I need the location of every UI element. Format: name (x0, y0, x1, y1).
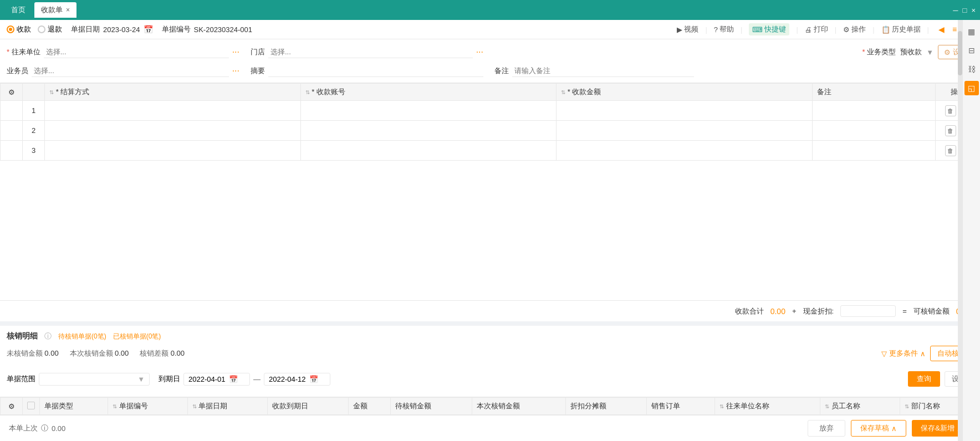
more-conditions-btn[interactable]: ▽ 更多条件 ∧ (881, 348, 926, 358)
select-all-checkbox[interactable] (27, 402, 35, 409)
sidebar-icon-table[interactable]: ▦ (964, 24, 979, 39)
window-maximize-icon[interactable]: □ (963, 6, 967, 14)
footer: 本单上次 ⓘ 0.00 放弃 保存草稿 ∧ 保存&新增 ∧ (0, 415, 980, 441)
bth-discount: 折扣分摊额 (566, 398, 647, 415)
bottom-table: ⚙ 单据类型 ⇅ 单据编号 ⇅ 单据日期 收款到期日 金额 待核销 (0, 397, 980, 415)
cell-amount-2[interactable] (557, 121, 813, 141)
print-icon: 🖨 (805, 25, 812, 34)
partner-field: * 往来单位 ··· (7, 46, 239, 58)
prev-view-btn[interactable]: ◀ (936, 24, 947, 35)
help-icon: ? (714, 25, 718, 34)
scroll-thumb[interactable] (958, 31, 962, 75)
tab-bar: 首页 收款单 × ─ □ × (0, 0, 980, 20)
partner-input[interactable] (44, 46, 229, 58)
pending-tab[interactable]: 待核销单据(0笔) (58, 332, 106, 341)
shortcut-icon: ⌨ (752, 25, 763, 34)
print-btn[interactable]: 🖨 打印 (805, 24, 828, 34)
operate-btn[interactable]: ⚙ 操作 (843, 24, 866, 34)
th-num (23, 84, 45, 101)
receipt-table-container: ⚙ ⇅ * 结算方式 ⇅ * 收款账号 ⇅ * 收款金额 备注 (0, 83, 980, 300)
summary-label: 摘要 (251, 66, 265, 76)
delete-row-1-icon[interactable]: 🗑 (945, 105, 956, 116)
date-to-input[interactable]: 2022-04-12 📅 (264, 373, 330, 386)
date-from-input[interactable]: 2022-04-01 📅 (183, 373, 250, 386)
th-settings[interactable]: ⚙ (1, 84, 23, 101)
cell-note-1[interactable] (812, 101, 935, 121)
sidebar-icon-expand[interactable]: ◱ (964, 81, 979, 95)
done-tab[interactable]: 已核销单据(0笔) (113, 332, 161, 341)
staff-more-icon[interactable]: ··· (232, 66, 239, 76)
number-value[interactable]: SK-20230324-001 (194, 25, 253, 34)
toolbar: 收款 退款 单据日期 2023-03-24 📅 单据编号 SK-20230324… (0, 20, 980, 39)
history-btn[interactable]: 📋 历史单据 (881, 24, 921, 34)
cell-settlement-2[interactable] (45, 121, 301, 141)
tab-home[interactable]: 首页 (4, 2, 32, 18)
date-separator: — (253, 375, 261, 383)
cell-amount-1[interactable] (557, 101, 813, 121)
form-area: * 往来单位 ··· 门店 ··· * 业务类型 预收款 ▼ ⚙ (0, 39, 980, 83)
tab-close-icon[interactable]: × (66, 6, 70, 14)
cell-account-1[interactable] (300, 101, 557, 121)
bth-settings[interactable]: ⚙ (1, 398, 23, 415)
delete-row-2-icon[interactable]: 🗑 (945, 125, 956, 136)
date-value[interactable]: 2023-03-24 (103, 25, 140, 34)
doc-range-field: 单据范围 ▼ (7, 373, 150, 386)
bth-doc-date: ⇅ 单据日期 (187, 398, 267, 415)
footer-info-icon[interactable]: ⓘ (41, 423, 48, 433)
note-input[interactable] (512, 65, 694, 77)
radio-receipt[interactable]: 收款 (7, 24, 31, 34)
video-btn[interactable]: ▶ 视频 (677, 24, 698, 34)
bth-due-date: 收款到期日 (267, 398, 348, 415)
store-input[interactable] (268, 46, 473, 58)
summary-input[interactable] (268, 65, 483, 77)
summary-field: 摘要 (251, 65, 483, 77)
cell-account-3[interactable] (300, 141, 557, 161)
radio-receipt-label: 收款 (17, 24, 31, 34)
due-date-field: 到期日 2022-04-01 📅 — 2022-04-12 📅 (159, 373, 330, 386)
discard-button[interactable]: 放弃 (808, 420, 845, 437)
date-from-value: 2022-04-01 (188, 375, 226, 383)
cell-account-2[interactable] (300, 121, 557, 141)
doc-range-select[interactable]: ▼ (39, 373, 150, 386)
staff-input[interactable] (32, 65, 229, 77)
save-draft-dropdown-icon[interactable]: ∧ (891, 424, 897, 433)
tab-receipt[interactable]: 收款单 × (34, 2, 76, 18)
date-to-value: 2022-04-12 (269, 375, 306, 383)
calendar-icon[interactable]: 📅 (144, 25, 153, 34)
plus-sign: + (792, 307, 797, 315)
form-row-1: * 往来单位 ··· 门店 ··· * 业务类型 预收款 ▼ ⚙ (7, 45, 973, 59)
cell-settings-1 (1, 101, 23, 121)
bth-pending: 待核销金额 (391, 398, 472, 415)
cell-note-2[interactable] (812, 121, 935, 141)
partner-more-icon[interactable]: ··· (232, 47, 239, 57)
business-type-value: 预收款 (900, 47, 922, 57)
store-more-icon[interactable]: ··· (476, 47, 483, 57)
date-field: 单据日期 2023-03-24 📅 (71, 24, 153, 34)
sidebar-icon-link[interactable]: ⛓ (964, 62, 979, 76)
radio-receipt-circle (7, 25, 14, 33)
verification-section: 核销明细 ⓘ 待核销单据(0笔) 已核销单据(0笔) 未核销金额 0.00 本次… (0, 326, 980, 397)
cell-settlement-3[interactable] (45, 141, 301, 161)
radio-refund[interactable]: 退款 (38, 24, 62, 34)
cell-amount-3[interactable] (557, 141, 813, 161)
verif-info-icon[interactable]: ⓘ (44, 331, 52, 341)
save-draft-button[interactable]: 保存草稿 ∧ (851, 420, 906, 437)
shortcut-btn[interactable]: ⌨ 快捷键 (749, 23, 789, 35)
sidebar-icon-list[interactable]: ⊟ (964, 43, 979, 58)
window-minimize-icon[interactable]: ─ (953, 6, 958, 14)
cell-settlement-1[interactable] (45, 101, 301, 121)
note-field: 备注 (494, 65, 694, 77)
business-type-dropdown-icon[interactable]: ▼ (926, 48, 933, 57)
note-label: 备注 (494, 66, 509, 76)
discount-input[interactable] (840, 305, 896, 317)
doc-number-field: 单据编号 SK-20230324-001 (162, 24, 253, 34)
cell-note-3[interactable] (812, 141, 935, 161)
delete-row-3-icon[interactable]: 🗑 (945, 145, 956, 156)
window-close-icon[interactable]: × (971, 6, 976, 14)
summary-row: 收款合计 0.00 + 现金折扣: = 可核销金额 0.00 (0, 300, 980, 321)
business-type-label: * 业务类型 (862, 47, 896, 57)
th-account: ⇅ * 收款账号 (300, 84, 557, 101)
help-btn[interactable]: ? 帮助 (714, 24, 734, 34)
query-btn[interactable]: 查询 (908, 371, 940, 387)
doc-range-label: 单据范围 (7, 374, 35, 384)
